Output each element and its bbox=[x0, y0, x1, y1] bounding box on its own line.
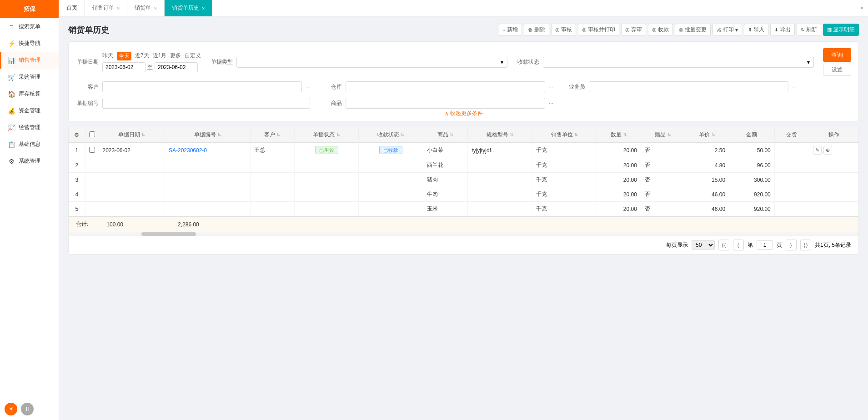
window-close-btn[interactable]: × bbox=[856, 5, 868, 11]
show-detail-button[interactable]: ▦ 显示明细 bbox=[823, 24, 859, 36]
goods-filter: 商品 ··· bbox=[319, 98, 553, 109]
abandon-icon: ◎ bbox=[625, 27, 630, 33]
row-edit-btn[interactable]: ✎ bbox=[813, 146, 822, 155]
warehouse-input[interactable] bbox=[346, 81, 545, 92]
th-goods[interactable]: 商品 ⇅ bbox=[423, 127, 468, 143]
row-checkbox[interactable] bbox=[89, 147, 95, 153]
select-all-checkbox[interactable] bbox=[89, 131, 95, 137]
goods-ellipsis[interactable]: ··· bbox=[549, 100, 553, 106]
page-number-input[interactable] bbox=[757, 240, 773, 250]
th-doc-date[interactable]: 单据日期 ⇅ bbox=[99, 127, 165, 143]
export-button[interactable]: ⬇ 导出 bbox=[770, 24, 795, 36]
th-pay-status[interactable]: 收款状态 ⇅ bbox=[359, 127, 423, 143]
setting-button[interactable]: 设置 bbox=[823, 64, 851, 76]
th-doc-status[interactable]: 单据状态 ⇅ bbox=[294, 127, 359, 143]
th-unit-price[interactable]: 单价 ⇅ bbox=[685, 127, 729, 143]
th-spec[interactable]: 规格型号 ⇅ bbox=[468, 127, 532, 143]
warehouse-ellipsis[interactable]: ··· bbox=[549, 84, 553, 90]
scrollbar-track[interactable] bbox=[69, 232, 858, 235]
tab-sales-history-close[interactable]: × bbox=[202, 5, 205, 11]
sidebar-bottom-btn1[interactable]: ☀ bbox=[5, 403, 17, 415]
sidebar-bottom-btn2[interactable]: ⏸ bbox=[21, 403, 34, 415]
date-tab-custom[interactable]: 自定义 bbox=[185, 52, 201, 60]
td-delivery bbox=[774, 173, 809, 187]
sidebar-item-sales-mgmt[interactable]: 📊 销售管理 bbox=[0, 52, 59, 69]
tab-sales-goods-close[interactable]: × bbox=[154, 5, 156, 11]
td-qty: 20.00 bbox=[597, 187, 641, 202]
td-doc-no bbox=[165, 158, 250, 173]
td-row-num: 3 bbox=[69, 173, 85, 187]
tab-sales-order[interactable]: 销售订单 × bbox=[85, 0, 127, 16]
th-sales-unit[interactable]: 销售单位 ⇅ bbox=[532, 127, 597, 143]
sidebar-item-basic-info[interactable]: 📋 基础信息 bbox=[0, 136, 59, 153]
salesman-input[interactable] bbox=[589, 81, 788, 92]
purchase-mgmt-icon: 🛒 bbox=[8, 74, 15, 81]
import-button[interactable]: ⬆ 导入 bbox=[744, 24, 768, 36]
customer-ellipsis[interactable]: ··· bbox=[306, 84, 310, 90]
tab-sales-goods[interactable]: 销货单 × bbox=[127, 0, 164, 16]
last-page-button[interactable]: ⟩⟩ bbox=[800, 240, 811, 250]
sidebar-item-finance-mgmt[interactable]: 💰 资金管理 bbox=[0, 102, 59, 119]
tab-sales-history[interactable]: 销货单历史 × bbox=[165, 0, 212, 16]
td-customer bbox=[250, 187, 294, 202]
sidebar-item-inventory-calc[interactable]: 🏠 库存核算 bbox=[0, 85, 59, 102]
th-gear[interactable]: ⚙ bbox=[69, 127, 85, 143]
date-tab-more[interactable]: 更多 bbox=[170, 52, 181, 60]
first-page-button[interactable]: ⟨⟨ bbox=[718, 240, 729, 250]
doc-no-input[interactable] bbox=[102, 98, 310, 109]
collapse-button[interactable]: ∧ 收起更多条件 bbox=[76, 110, 851, 117]
new-button[interactable]: + 新增 bbox=[499, 24, 522, 36]
audit-icon: ◎ bbox=[555, 27, 560, 33]
td-amount: 50.00 bbox=[729, 143, 775, 158]
sidebar-item-ops-mgmt[interactable]: 📈 经营管理 bbox=[0, 119, 59, 136]
collect-button[interactable]: ◎ 收款 bbox=[648, 24, 673, 36]
delete-button[interactable]: 🗑 删除 bbox=[524, 24, 549, 36]
query-button[interactable]: 查询 bbox=[823, 48, 851, 62]
date-tab-today[interactable]: 今天 bbox=[117, 52, 131, 60]
date-range: 昨天 今天 近7天 近1月 更多 自定义 至 bbox=[102, 52, 201, 72]
sidebar-item-quick-nav[interactable]: ⚡ 快捷导航 bbox=[0, 35, 59, 52]
audit-button[interactable]: ◎ 审核 bbox=[551, 24, 576, 36]
audit-print-button[interactable]: ◎ 审核并打印 bbox=[578, 24, 619, 36]
goods-input[interactable] bbox=[346, 98, 545, 109]
customer-input[interactable] bbox=[102, 81, 302, 92]
tab-sales-order-close[interactable]: × bbox=[117, 5, 120, 11]
sidebar-item-purchase-mgmt[interactable]: 🛒 采购管理 bbox=[0, 69, 59, 85]
tab-home[interactable]: 首页 bbox=[59, 0, 85, 16]
date-to-input[interactable] bbox=[155, 62, 198, 72]
doc-no-link[interactable]: SA-20230602-0 bbox=[169, 147, 207, 154]
abandon-button[interactable]: ◎ 弃审 bbox=[621, 24, 646, 36]
footer-label: 合计: bbox=[76, 220, 88, 228]
th-doc-no[interactable]: 单据编号 ⇅ bbox=[165, 127, 250, 143]
toolbar: + 新增 🗑 删除 ◎ 审核 ◎ 审核并打印 ◎ 弃审 bbox=[499, 24, 859, 36]
print-button[interactable]: 🖨 打印 ▾ bbox=[712, 24, 742, 36]
sales-mgmt-icon: 📊 bbox=[8, 57, 15, 64]
sidebar-item-search-menu[interactable]: ≡ 搜索菜单 bbox=[0, 18, 59, 35]
date-tab-1month[interactable]: 近1月 bbox=[153, 52, 167, 60]
sort-doc-date-icon: ⇅ bbox=[141, 132, 145, 137]
row-copy-btn[interactable]: ⊕ bbox=[823, 146, 832, 155]
refresh-button[interactable]: ↻ 刷新 bbox=[797, 24, 821, 36]
doc-type-label: 单据类型 bbox=[210, 58, 233, 66]
ops-mgmt-icon: 📈 bbox=[8, 124, 15, 131]
th-qty[interactable]: 数量 ⇅ bbox=[597, 127, 641, 143]
td-gift: 否 bbox=[641, 187, 685, 202]
pay-status-select[interactable]: ▾ bbox=[543, 57, 814, 68]
scrollbar-thumb[interactable] bbox=[141, 232, 196, 236]
date-from-input[interactable] bbox=[102, 62, 146, 72]
audit-label: 审核 bbox=[561, 26, 572, 34]
batch-change-button[interactable]: ◎ 批量变更 bbox=[675, 24, 711, 36]
next-page-button[interactable]: ⟩ bbox=[786, 240, 797, 250]
footer-total-qty: 100.00 bbox=[106, 221, 123, 228]
th-gift[interactable]: 赠品 ⇅ bbox=[641, 127, 685, 143]
doc-type-select[interactable]: ▾ bbox=[236, 57, 507, 68]
page-size-select[interactable]: 20 50 100 bbox=[692, 240, 715, 250]
td-actions bbox=[809, 173, 858, 187]
prev-page-button[interactable]: ⟨ bbox=[733, 240, 744, 250]
salesman-ellipsis[interactable]: ··· bbox=[792, 84, 797, 90]
sidebar-item-sys-mgmt[interactable]: ⚙ 系统管理 bbox=[0, 153, 59, 170]
print-icon: 🖨 bbox=[717, 27, 722, 33]
th-customer[interactable]: 客户 ⇅ bbox=[250, 127, 294, 143]
date-tab-yesterday[interactable]: 昨天 bbox=[102, 52, 113, 60]
date-tab-7days[interactable]: 近7天 bbox=[135, 52, 149, 60]
